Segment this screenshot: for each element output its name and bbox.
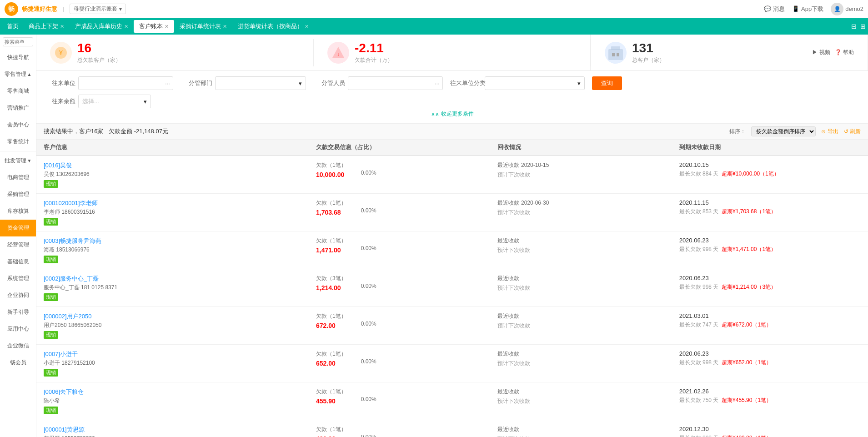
- sidebar-item-quicknav[interactable]: 快捷导航: [0, 49, 36, 66]
- customer-contact: 海燕 18513066976: [44, 246, 316, 254]
- sidebar-item-purchase-mgmt[interactable]: 采购管理: [0, 186, 36, 203]
- from-unit-dots-btn[interactable]: ···: [162, 80, 173, 87]
- svg-rect-7: [617, 53, 619, 56]
- unit-class-select[interactable]: ▾: [485, 76, 585, 90]
- sidebar-item-enterprise-collab[interactable]: 企业协同: [0, 287, 36, 304]
- query-button[interactable]: 查询: [592, 76, 622, 90]
- filter-area: 往来单位 ··· 分管部门 ▾ 分管人员: [36, 71, 868, 124]
- stats-bar: ¥ 16 总欠款客户（家） ↓ -2.11 欠款合计（万）: [36, 35, 868, 71]
- tab-close-icon[interactable]: ✕: [60, 24, 64, 30]
- store-selector[interactable]: 母婴行业演示账套 ▾: [70, 4, 126, 14]
- col-debt-trade: 欠款交易信息（占比）: [316, 143, 497, 151]
- tab-goods-listing[interactable]: 商品上下架 ✕: [23, 20, 70, 33]
- debt-amount-icon: ↓: [327, 42, 349, 64]
- sort-select[interactable]: 按欠款金额倒序排序: [751, 126, 816, 136]
- sidebar-item-marketing[interactable]: 营销推广: [0, 100, 36, 116]
- main-content: ¥ 16 总欠款客户（家） ↓ -2.11 欠款合计（万）: [36, 35, 868, 437]
- overdue-link[interactable]: 超期¥1,471.00（1笔）: [722, 246, 776, 252]
- overdue-link[interactable]: 超期¥1,214.00（3笔）: [722, 284, 776, 290]
- sidebar-item-wholesale-mgmt[interactable]: 批发管理 ▼: [0, 152, 36, 169]
- customer-info-cell: [000002]用户2050 用户2050 18665062050 现销: [44, 312, 316, 339]
- refresh-icon: ↺: [844, 128, 848, 135]
- sidebar: 快捷导航 零售管理 ▲ 零售商城 营销推广 会员中心 零售统计 批发管理 ▼: [0, 35, 36, 437]
- overdue-link[interactable]: 超期¥10,000.00（1笔）: [722, 171, 779, 177]
- sidebar-item-basic-info[interactable]: 基础信息: [0, 253, 36, 270]
- total-customers-value: 131: [632, 41, 665, 55]
- sidebar-item-system-mgmt[interactable]: 系统管理: [0, 270, 36, 287]
- sidebar-item-enterprise-wechat[interactable]: 企业微信: [0, 337, 36, 354]
- top-right: 💬 消息 📱 App下载 👤 demo2: [764, 3, 863, 15]
- sidebar-item-inventory[interactable]: 库存核算: [0, 203, 36, 220]
- customer-name[interactable]: [0006]去下粮仓: [44, 388, 316, 396]
- customer-name[interactable]: [000002]用户2050: [44, 312, 316, 321]
- tab-purchase-goods-stats[interactable]: 进货单统计表（按商品） ✕: [232, 20, 314, 33]
- sidebar-item-chang-member[interactable]: 畅会员: [0, 354, 36, 371]
- overdue-link[interactable]: 超期¥1,703.68（1笔）: [722, 208, 776, 215]
- overdue-link[interactable]: 超期¥455.90（1笔）: [722, 397, 772, 403]
- tab-purchase-stats[interactable]: 采购订单统计表 ✕: [174, 20, 232, 33]
- tab-close-icon[interactable]: ✕: [165, 24, 169, 30]
- tab-close-icon[interactable]: ✕: [223, 24, 227, 30]
- sidebar-item-search[interactable]: [0, 35, 36, 49]
- tab-product-history[interactable]: 产成品入库单历史 ✕: [70, 20, 134, 33]
- customer-name[interactable]: [0007]小迸干: [44, 350, 316, 358]
- chevron-icon: ▼: [27, 158, 32, 163]
- tab-customer-account[interactable]: 客户账本 ✕: [134, 20, 174, 33]
- sidebar-item-operations[interactable]: 经营管理: [0, 236, 36, 253]
- customer-info-cell: [0001020001]李老师 李老师 18600391516 现销: [44, 199, 316, 226]
- sidebar-item-member-center[interactable]: 会员中心: [0, 116, 36, 133]
- refresh-button[interactable]: ↺ 刷新: [844, 128, 861, 136]
- balance-select[interactable]: 选择... ▾: [78, 95, 151, 108]
- video-button[interactable]: ▶ 视频: [812, 49, 830, 56]
- sidebar-item-retail-mall[interactable]: 零售商城: [0, 83, 36, 100]
- customer-name[interactable]: [0003]畅捷服务尹海燕: [44, 237, 316, 245]
- customer-tag: 现销: [44, 180, 58, 188]
- manager-dots-btn[interactable]: ···: [432, 80, 442, 87]
- tab-home[interactable]: 首页: [2, 20, 23, 33]
- svg-text:¥: ¥: [59, 49, 63, 56]
- from-unit-input[interactable]: [79, 78, 162, 89]
- customer-name[interactable]: [0016]吴俊: [44, 161, 316, 170]
- customer-tag: 现销: [44, 293, 58, 301]
- stat-top-actions: ▶ 视频 ❓ 帮助: [812, 49, 854, 56]
- overdue-link[interactable]: 超期¥672.00（1笔）: [722, 321, 772, 328]
- due-date-cell: 2020.11.15 最长欠款 853 天 超期¥1,703.68（1笔）: [679, 199, 861, 226]
- customer-name[interactable]: [0001020001]李老师: [44, 199, 316, 207]
- sidebar-item-retail-stats[interactable]: 零售统计: [0, 133, 36, 150]
- overdue-link[interactable]: 超期¥429.00（1笔）: [722, 435, 772, 437]
- due-date-cell: 2020.06.23 最长欠款 998 天 超期¥1,214.00（3笔）: [679, 275, 861, 301]
- results-bar: 搜索结果中，客户16家 欠款金额 -21,148.07元 排序： 按欠款金额倒序…: [36, 124, 868, 140]
- debt-customers-label: 总欠款客户（家）: [77, 56, 121, 64]
- search-input[interactable]: [3, 37, 33, 46]
- overdue-link[interactable]: 超期¥652.00（1笔）: [722, 359, 772, 366]
- message-button[interactable]: 💬 消息: [764, 5, 785, 13]
- collection-cell: 最近收款 预计下次收款: [497, 312, 679, 339]
- chevron-down-icon: ▾: [299, 80, 302, 87]
- table-row: [0007]小迸干 小迸干 18279152100 现销 欠款（1笔） 652.…: [36, 345, 868, 382]
- help-button[interactable]: ❓ 帮助: [835, 49, 854, 56]
- logo-text: 畅捷通好生意: [22, 5, 57, 13]
- customer-info-cell: [0007]小迸干 小迸干 18279152100 现销: [44, 350, 316, 377]
- department-select[interactable]: ▾: [215, 76, 306, 90]
- customer-name[interactable]: [000001]黄思源: [44, 426, 316, 434]
- sidebar-item-newbie-guide[interactable]: 新手引导: [0, 304, 36, 321]
- tab-close-icon[interactable]: ✕: [305, 24, 309, 30]
- export-button[interactable]: ⊙ 导出: [821, 128, 838, 136]
- customer-name[interactable]: [0002]服务中心_丁磊: [44, 275, 316, 283]
- svg-rect-5: [611, 46, 620, 50]
- manager-input[interactable]: [348, 78, 432, 89]
- sidebar-item-retail-mgmt[interactable]: 零售管理 ▲: [0, 66, 36, 83]
- tab-close-icon[interactable]: ✕: [124, 24, 128, 30]
- user-menu[interactable]: 👤 demo2: [831, 3, 863, 15]
- sidebar-item-app-center[interactable]: 应用中心: [0, 321, 36, 337]
- minimize-icon[interactable]: ⊟: [851, 23, 857, 30]
- filter-unit-class: 往来单位分类 ▾: [450, 76, 585, 90]
- collapse-row[interactable]: ∧∧ 收起更多条件: [44, 110, 861, 118]
- maximize-icon[interactable]: ⊞: [860, 23, 866, 30]
- total-customers-icon: [605, 42, 627, 64]
- customer-contact: 小迸干 18279152100: [44, 359, 316, 367]
- app-download-button[interactable]: 📱 App下载: [792, 5, 823, 13]
- sidebar-item-capital-mgmt[interactable]: 资金管理: [0, 220, 36, 236]
- sidebar-item-ecommerce[interactable]: 电商管理: [0, 169, 36, 186]
- debt-trade-cell: 欠款（1笔） 1,703.68 0.00%: [316, 199, 497, 226]
